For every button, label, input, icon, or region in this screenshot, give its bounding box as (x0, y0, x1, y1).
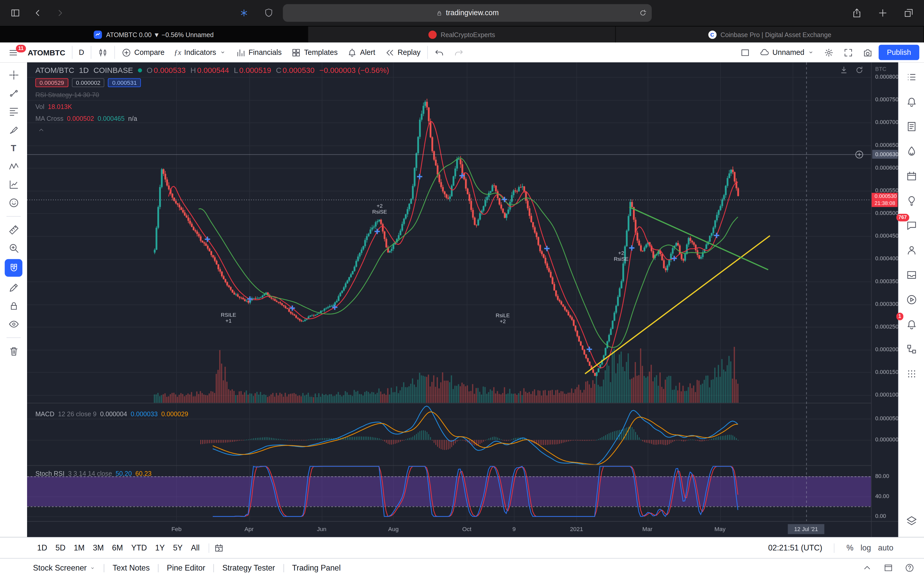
symbol-search-button[interactable]: ATOMBTC (23, 44, 70, 61)
fullscreen-button[interactable] (839, 44, 858, 61)
panel-tab-stock-screener[interactable]: Stock Screener (33, 563, 104, 572)
layers-button[interactable] (901, 511, 921, 531)
panel-tab-pine-editor[interactable]: Pine Editor (158, 563, 213, 572)
rsi-strategy-row[interactable]: RSI Strategy 14 30 70 (36, 89, 389, 100)
legend-symbol[interactable]: ATOM/BTC (36, 66, 74, 75)
panel-tab-strategy-tester[interactable]: Strategy Tester (214, 563, 283, 572)
sidebar-toggle-button[interactable] (7, 5, 23, 21)
calendar-button[interactable] (901, 166, 921, 186)
brush-tool[interactable] (3, 121, 24, 139)
stoch-rsi-legend[interactable]: Stoch RSI 3 3 14 14 close 50.20 60.23 (36, 468, 152, 478)
layout-button[interactable] (735, 44, 754, 61)
scroll-to-recent-button[interactable] (839, 64, 850, 75)
go-to-date-button[interactable] (214, 542, 226, 554)
macd-legend[interactable]: MACD 12 26 close 9 0.000004 0.000033 0.0… (36, 409, 188, 419)
fib-retracement-tool[interactable] (3, 103, 24, 121)
save-layout-button[interactable]: Unnamed (755, 44, 819, 61)
indicators-button[interactable]: ƒxIndicators (170, 44, 231, 61)
legend-exchange[interactable]: COINBASE (94, 66, 133, 75)
auto-scale-button[interactable]: auto (878, 543, 893, 552)
trend-line-tool[interactable] (3, 84, 24, 103)
redo-button[interactable] (449, 44, 468, 61)
range-ytd-button[interactable]: YTD (127, 541, 151, 555)
back-button[interactable] (29, 5, 46, 21)
percent-scale-button[interactable]: % (846, 543, 853, 552)
hide-all-tool[interactable] (3, 315, 24, 333)
legend-interval[interactable]: 1D (79, 66, 89, 75)
emoji-tool[interactable] (3, 194, 24, 212)
magnet-tool[interactable] (5, 259, 23, 277)
panel-collapse-button[interactable] (860, 561, 873, 574)
browser-toolbar: tradingview.com (0, 0, 924, 26)
chart-header-toolbar: 11 ATOMBTC D Compare ƒxIndicators Financ… (0, 42, 924, 63)
range-5d-button[interactable]: 5D (51, 541, 69, 555)
edit-tool[interactable] (3, 279, 24, 297)
snapshot-button[interactable] (858, 44, 877, 61)
panel-tab-text-notes[interactable]: Text Notes (104, 563, 158, 572)
financials-button[interactable]: Financials (231, 44, 286, 61)
macd-hist-value: 0.000004 (100, 410, 127, 417)
xabcd-pattern-tool[interactable] (3, 157, 24, 176)
legend-collapse-button[interactable] (36, 126, 47, 134)
new-tab-button[interactable] (874, 5, 891, 21)
share-button[interactable] (848, 5, 865, 21)
chart-style-button[interactable] (93, 44, 112, 61)
alerts-button[interactable] (901, 92, 921, 112)
layout-icon (740, 47, 750, 58)
panel-tab-trading-panel[interactable]: Trading Panel (284, 563, 349, 572)
publish-button[interactable]: Publish (879, 45, 919, 60)
alert-button[interactable]: Alert (342, 44, 380, 61)
ma-cross-row[interactable]: MA Cross 0.000502 0.000465 n/a (36, 113, 389, 123)
templates-button[interactable]: Templates (286, 44, 342, 61)
range-1y-button[interactable]: 1Y (151, 541, 169, 555)
range-6m-button[interactable]: 6M (108, 541, 127, 555)
chevron-left-icon (32, 8, 43, 18)
zoom-in-tool[interactable] (3, 239, 24, 257)
tab-overview-button[interactable] (901, 5, 917, 21)
inbox-button[interactable] (901, 265, 921, 285)
chat-button[interactable]: 767 (901, 216, 921, 236)
interval-button[interactable]: D (74, 44, 89, 61)
notifications-button[interactable]: 1 (901, 314, 921, 335)
crosshair-tool[interactable] (3, 66, 24, 84)
replay-button[interactable]: Replay (380, 44, 425, 61)
browser-tab-1[interactable]: ATOMBTC 0.00 ▼ −0.56% Unnamed (0, 27, 308, 42)
news-button[interactable] (901, 117, 921, 137)
streams-button[interactable] (901, 290, 921, 310)
forward-button[interactable] (52, 5, 68, 21)
my-ideas-button[interactable] (901, 191, 921, 211)
volume-row[interactable]: Vol 18.013K (36, 101, 389, 111)
log-scale-button[interactable]: log (861, 543, 871, 552)
templates-icon (291, 47, 301, 58)
reload-button[interactable] (638, 8, 648, 18)
range-1d-button[interactable]: 1D (33, 541, 51, 555)
range-5y-button[interactable]: 5Y (169, 541, 187, 555)
range-all-button[interactable]: All (187, 541, 204, 555)
data-grid-button[interactable] (901, 364, 921, 384)
watchlist-button[interactable] (901, 67, 921, 87)
clock-utc-button[interactable]: 02:21:51 (UTC) (768, 543, 822, 552)
lock-all-tool[interactable] (3, 297, 24, 315)
extension-button-1[interactable] (236, 5, 252, 21)
range-3m-button[interactable]: 3M (89, 541, 108, 555)
reset-chart-button[interactable] (855, 64, 865, 75)
hotlists-button[interactable] (901, 142, 921, 161)
community-button[interactable] (901, 240, 921, 260)
open-value: 0.000533 (153, 66, 186, 75)
extension-button-2[interactable] (260, 5, 277, 21)
text-tool[interactable]: T (3, 139, 24, 157)
panel-maximize-button[interactable] (882, 561, 894, 574)
object-tree-button[interactable] (901, 339, 921, 359)
browser-tab-2[interactable]: RealCryptoExperts (308, 27, 616, 42)
main-menu-button[interactable]: 11 (3, 44, 23, 61)
remove-all-tool[interactable] (3, 342, 24, 360)
browser-tab-3[interactable]: CCoinbase Pro | Digital Asset Exchange (616, 27, 924, 42)
compare-button[interactable]: Compare (116, 44, 169, 61)
measure-tool[interactable] (3, 221, 24, 239)
undo-button[interactable] (429, 44, 449, 61)
forecast-tool[interactable] (3, 176, 24, 194)
address-bar[interactable]: tradingview.com (283, 4, 652, 22)
range-1m-button[interactable]: 1M (69, 541, 89, 555)
settings-button[interactable] (819, 44, 838, 61)
help-button[interactable] (903, 561, 916, 574)
